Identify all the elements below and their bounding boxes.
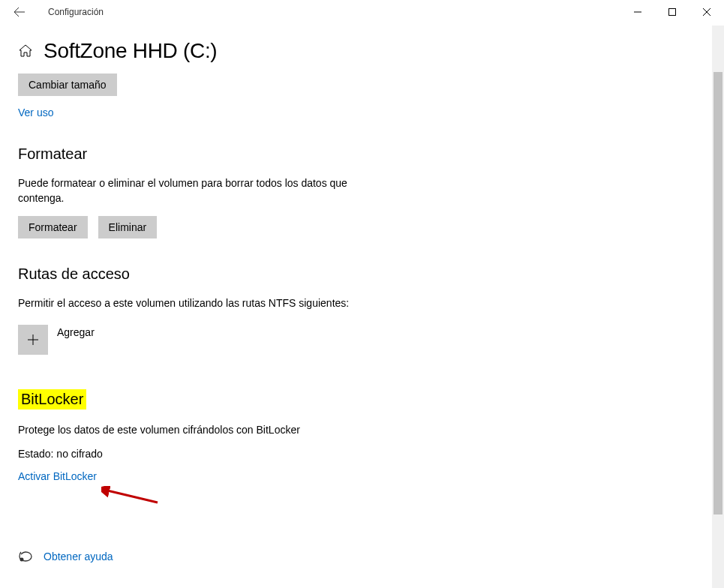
format-section-desc: Puede formatear o eliminar el volumen pa… [18,176,352,206]
view-usage-link[interactable]: Ver uso [18,106,53,118]
get-help-link[interactable]: Obtener ayuda [44,550,113,562]
window-title: Configuración [35,7,104,17]
minimize-icon [634,8,641,16]
delete-button[interactable]: Eliminar [98,216,158,238]
resize-row: Cambiar tamaño [18,74,706,96]
add-path-button[interactable] [18,325,48,355]
close-button[interactable] [689,0,724,24]
home-icon[interactable] [18,44,33,58]
paths-section-title: Rutas de acceso [18,266,706,283]
help-row: Obtener ayuda [18,549,113,564]
maximize-icon [668,8,676,16]
annotation-arrow-icon [101,486,161,508]
plus-icon [27,334,39,346]
back-button[interactable] [14,6,35,18]
page-title: SoftZone HHD (C:) [44,39,217,63]
bitlocker-status: Estado: no cifrado [18,448,706,460]
activate-bitlocker-link[interactable]: Activar BitLocker [18,470,97,482]
svg-rect-1 [669,9,676,16]
add-path-row: Agregar [18,325,706,355]
format-section-title: Formatear [18,146,706,163]
titlebar: Configuración [0,0,724,24]
bitlocker-desc: Protege los datos de este volumen cifrán… [18,423,352,438]
minimize-button[interactable] [620,0,655,24]
bitlocker-section-title: BitLocker [18,389,706,410]
format-buttons: Formatear Eliminar [18,216,706,238]
arrow-left-icon [14,6,26,18]
window-controls [620,0,724,24]
resize-button[interactable]: Cambiar tamaño [18,74,117,96]
paths-section-desc: Permitir el acceso a este volumen utiliz… [18,296,352,311]
format-button[interactable]: Formatear [18,216,88,238]
add-path-label: Agregar [57,325,95,338]
maximize-button[interactable] [655,0,689,24]
page-header: SoftZone HHD (C:) [18,39,706,63]
svg-line-7 [107,490,158,502]
help-icon [18,549,33,564]
bitlocker-highlight: BitLocker [18,389,86,410]
content-area: SoftZone HHD (C:) Cambiar tamaño Ver uso… [0,39,724,482]
svg-point-8 [20,558,24,562]
close-icon [703,8,710,16]
scrollbar[interactable] [712,26,724,588]
scrollbar-thumb[interactable] [713,72,722,514]
